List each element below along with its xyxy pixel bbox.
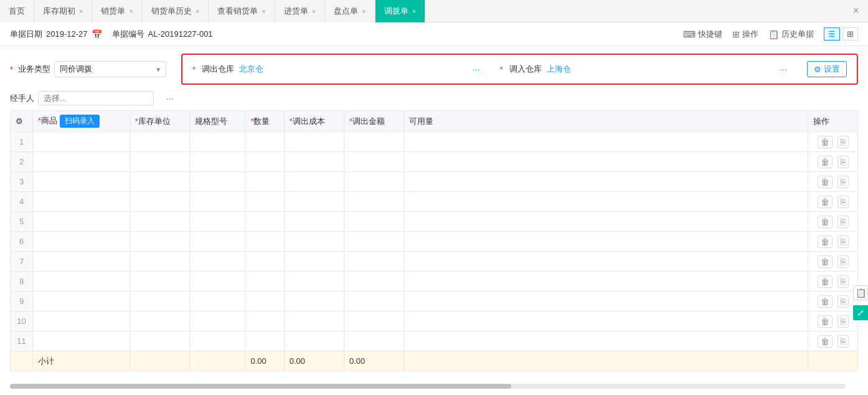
- row-unit[interactable]: [130, 152, 189, 172]
- row-spec[interactable]: [189, 152, 245, 172]
- copy-icon[interactable]: ⎘: [837, 275, 849, 288]
- row-cost[interactable]: [284, 172, 344, 192]
- th-gear[interactable]: ⚙: [11, 111, 33, 132]
- row-goods[interactable]: [33, 312, 130, 331]
- scan-button[interactable]: 扫码录入: [60, 115, 100, 128]
- tab-sales-history-close[interactable]: ×: [196, 7, 199, 15]
- calendar-icon[interactable]: 📅: [92, 29, 102, 39]
- row-unit[interactable]: [130, 192, 189, 212]
- copy-icon[interactable]: ⎘: [837, 216, 849, 228]
- row-amount[interactable]: [344, 312, 403, 331]
- row-spec[interactable]: [189, 132, 245, 152]
- transfer-out-dots[interactable]: ···: [473, 64, 480, 74]
- tab-inventory-check-close[interactable]: ×: [362, 7, 366, 15]
- tab-inventory-check[interactable]: 盘点单 ×: [325, 0, 375, 22]
- copy-icon[interactable]: ⎘: [837, 156, 849, 168]
- row-quantity[interactable]: [245, 272, 284, 292]
- row-unit[interactable]: [130, 272, 189, 292]
- row-available[interactable]: [403, 331, 808, 351]
- row-amount[interactable]: [344, 252, 403, 272]
- operation-button[interactable]: ⊞ 操作: [732, 29, 758, 40]
- transfer-in-dots[interactable]: ···: [780, 64, 787, 74]
- row-cost[interactable]: [284, 312, 344, 331]
- row-unit[interactable]: [130, 252, 189, 272]
- shortcut-button[interactable]: ⌨ 快捷键: [683, 29, 722, 40]
- row-cost[interactable]: [284, 232, 344, 252]
- tab-sales-history[interactable]: 销货单历史 ×: [143, 0, 209, 22]
- copy-icon[interactable]: ⎘: [837, 315, 849, 328]
- row-spec[interactable]: [189, 272, 245, 292]
- row-amount[interactable]: [344, 331, 403, 351]
- copy-icon[interactable]: ⎘: [837, 196, 849, 208]
- row-unit[interactable]: [130, 212, 189, 232]
- row-unit[interactable]: [130, 232, 189, 252]
- row-quantity[interactable]: [245, 172, 284, 192]
- delete-icon[interactable]: 🗑: [818, 176, 833, 188]
- row-goods[interactable]: [33, 132, 130, 152]
- row-available[interactable]: [403, 292, 808, 312]
- row-amount[interactable]: [344, 152, 403, 172]
- history-button[interactable]: 📋 历史单据: [768, 29, 814, 40]
- grid-view-button[interactable]: ⊞: [842, 27, 858, 40]
- delete-icon[interactable]: 🗑: [818, 295, 833, 308]
- row-spec[interactable]: [189, 312, 245, 331]
- delete-icon[interactable]: 🗑: [818, 315, 833, 328]
- row-goods[interactable]: [33, 272, 130, 292]
- list-view-button[interactable]: ☰: [824, 27, 840, 40]
- row-goods[interactable]: [33, 232, 130, 252]
- settings-button[interactable]: ⚙ 设置: [807, 61, 847, 77]
- row-cost[interactable]: [284, 212, 344, 232]
- window-close-button[interactable]: ×: [844, 0, 868, 22]
- copy-icon[interactable]: ⎘: [837, 255, 849, 268]
- tab-sales-order[interactable]: 销货单 ×: [92, 0, 142, 22]
- row-cost[interactable]: [284, 152, 344, 172]
- tab-inventory-init-close[interactable]: ×: [79, 7, 83, 15]
- copy-icon[interactable]: ⎘: [837, 295, 849, 308]
- delete-icon[interactable]: 🗑: [818, 156, 833, 168]
- row-quantity[interactable]: [245, 312, 284, 331]
- row-available[interactable]: [403, 192, 808, 212]
- delete-icon[interactable]: 🗑: [818, 196, 833, 208]
- tab-view-sales[interactable]: 查看销货单 ×: [209, 0, 275, 22]
- delete-icon[interactable]: 🗑: [818, 236, 833, 248]
- delete-icon[interactable]: 🗑: [818, 335, 833, 348]
- note-sidebar-button[interactable]: 📋: [853, 285, 868, 300]
- handler-input[interactable]: [38, 91, 154, 105]
- row-spec[interactable]: [189, 172, 245, 192]
- row-goods[interactable]: [33, 152, 130, 172]
- row-quantity[interactable]: [245, 252, 284, 272]
- row-spec[interactable]: [189, 331, 245, 351]
- delete-icon[interactable]: 🗑: [818, 136, 833, 148]
- row-cost[interactable]: [284, 132, 344, 152]
- row-available[interactable]: [403, 252, 808, 272]
- tab-sales-order-close[interactable]: ×: [129, 7, 133, 15]
- row-amount[interactable]: [344, 192, 403, 212]
- copy-icon[interactable]: ⎘: [837, 335, 849, 348]
- row-amount[interactable]: [344, 232, 403, 252]
- row-unit[interactable]: [130, 312, 189, 331]
- row-spec[interactable]: [189, 232, 245, 252]
- copy-icon[interactable]: ⎘: [837, 236, 849, 248]
- tab-purchase-order[interactable]: 进货单 ×: [275, 0, 325, 22]
- row-goods[interactable]: [33, 252, 130, 272]
- row-amount[interactable]: [344, 212, 403, 232]
- row-available[interactable]: [403, 132, 808, 152]
- row-unit[interactable]: [130, 132, 189, 152]
- row-spec[interactable]: [189, 292, 245, 312]
- row-quantity[interactable]: [245, 331, 284, 351]
- copy-icon[interactable]: ⎘: [837, 136, 849, 148]
- delete-icon[interactable]: 🗑: [818, 216, 833, 228]
- tab-transfer-order-close[interactable]: ×: [412, 7, 416, 15]
- expand-sidebar-button[interactable]: ⤢: [853, 305, 868, 320]
- tab-inventory-init[interactable]: 库存期初 ×: [34, 0, 92, 22]
- row-amount[interactable]: [344, 132, 403, 152]
- row-available[interactable]: [403, 272, 808, 292]
- row-goods[interactable]: [33, 172, 130, 192]
- row-quantity[interactable]: [245, 232, 284, 252]
- row-available[interactable]: [403, 212, 808, 232]
- row-amount[interactable]: [344, 292, 403, 312]
- row-spec[interactable]: [189, 192, 245, 212]
- row-amount[interactable]: [344, 272, 403, 292]
- row-spec[interactable]: [189, 212, 245, 232]
- row-quantity[interactable]: [245, 192, 284, 212]
